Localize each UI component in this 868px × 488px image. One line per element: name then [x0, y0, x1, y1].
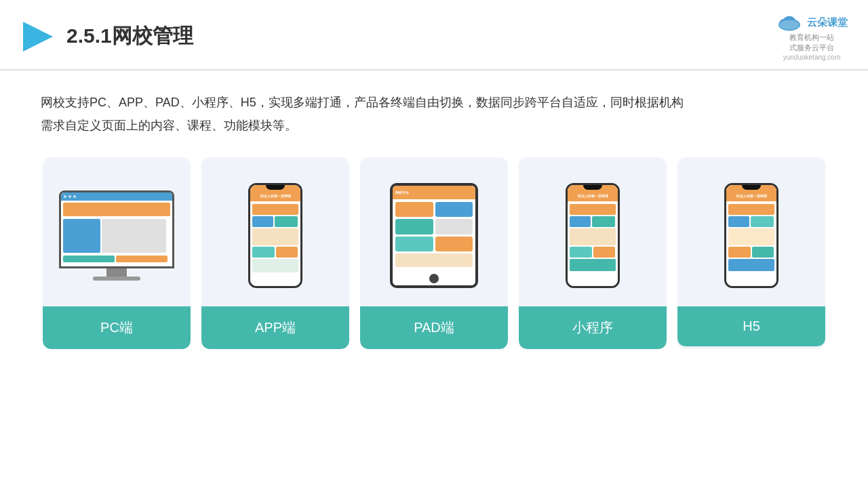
play-icon: [20, 19, 56, 54]
pc-monitor: [59, 190, 174, 268]
header: 2.5.1网校管理 云朵课堂 教育机构一站 式服务云平台 yunduoketan…: [0, 0, 868, 70]
device-tablet: 网校平台: [390, 183, 478, 288]
card-app: 职达人的第一堂网课: [201, 157, 349, 349]
phone-body-mini: 职达人的第一堂网课: [566, 183, 620, 288]
logo-text: 云朵课堂: [807, 16, 848, 29]
card-pad-image: 网校平台: [360, 157, 508, 306]
phone-screen-mini: 职达人的第一堂网课: [568, 185, 618, 286]
card-miniprogram-label: 小程序: [519, 306, 667, 349]
logo-area: 云朵课堂 教育机构一站 式服务云平台 yunduoketang.com: [776, 12, 848, 61]
main-content: 网校支持PC、APP、PAD、小程序、H5，实现多端打通，产品各终端自由切换，数…: [0, 70, 868, 363]
tablet-body: 网校平台: [390, 183, 478, 288]
device-phone-app: 职达人的第一堂网课: [248, 183, 302, 288]
tablet-screen: 网校平台: [393, 186, 475, 285]
card-app-label: APP端: [201, 306, 349, 349]
phone-screen-app: 职达人的第一堂网课: [250, 185, 300, 286]
card-h5: 职达人的第一堂网课: [677, 157, 825, 349]
pc-screen: [61, 192, 172, 266]
svg-point-5: [780, 20, 800, 29]
pc-base: [93, 277, 140, 281]
logo-url: yunduoketang.com: [783, 54, 841, 61]
card-pad-label: PAD端: [360, 306, 508, 349]
device-phone-h5: 职达人的第一堂网课: [724, 183, 778, 288]
card-pc: PC端: [43, 157, 191, 349]
card-h5-image: 职达人的第一堂网课: [677, 157, 825, 306]
card-miniprogram-image: 职达人的第一堂网课: [519, 157, 667, 306]
phone-body-h5: 职达人的第一堂网课: [724, 183, 778, 288]
card-miniprogram: 职达人的第一堂网课: [519, 157, 667, 349]
device-pc: [59, 190, 174, 281]
pc-stand: [106, 268, 127, 277]
card-app-image: 职达人的第一堂网课: [201, 157, 349, 306]
description: 网校支持PC、APP、PAD、小程序、H5，实现多端打通，产品各终端自由切换，数…: [41, 91, 827, 137]
logo-tagline: 教育机构一站 式服务云平台: [789, 33, 834, 54]
device-phone-mini: 职达人的第一堂网课: [566, 183, 620, 288]
card-pc-label: PC端: [43, 306, 191, 349]
cloud-icon: [776, 12, 803, 33]
card-pad: 网校平台: [360, 157, 508, 349]
cards-row: PC端 职达人的第一堂网课: [41, 157, 827, 349]
phone-body-app: 职达人的第一堂网课: [248, 183, 302, 288]
card-h5-label: H5: [677, 306, 825, 346]
svg-marker-0: [23, 22, 53, 52]
header-left: 2.5.1网校管理: [20, 19, 193, 54]
phone-screen-h5: 职达人的第一堂网课: [726, 185, 776, 286]
page-title: 2.5.1网校管理: [66, 22, 193, 50]
card-pc-image: [43, 157, 191, 306]
logo-cloud: 云朵课堂: [776, 12, 848, 33]
